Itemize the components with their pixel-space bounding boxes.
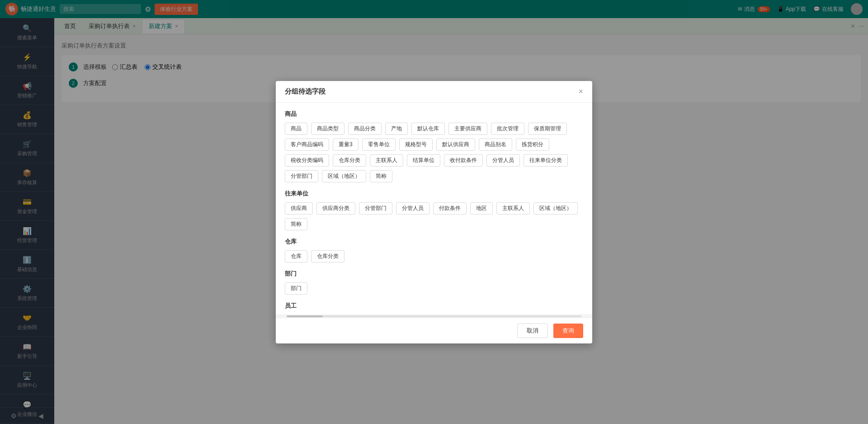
modal-body: 商品商品商品类型商品分类产地默认仓库主要供应商批次管理保质期管理客户商品编码重量…: [276, 103, 592, 315]
field-tag-product-22[interactable]: 分管部门: [285, 170, 318, 182]
field-tags-warehouse: 仓库仓库分类: [285, 250, 583, 262]
field-tag-partner-6[interactable]: 主联系人: [496, 202, 530, 214]
field-tag-product-16[interactable]: 仓库分类: [333, 154, 366, 167]
field-tag-product-14[interactable]: 拣货积分: [516, 138, 549, 151]
section-title-partner: 往来单位: [285, 190, 583, 198]
field-tag-warehouse-0[interactable]: 仓库: [285, 250, 307, 262]
field-tag-partner-2[interactable]: 分管部门: [359, 202, 392, 214]
modal-dialog: 分组待选字段 × 商品商品商品类型商品分类产地默认仓库主要供应商批次管理保质期管…: [276, 81, 592, 343]
section-title-warehouse: 仓库: [285, 238, 583, 246]
field-tag-product-9[interactable]: 重量3: [333, 138, 359, 151]
field-tag-product-10[interactable]: 零售单位: [362, 138, 396, 151]
section-warehouse: 仓库仓库仓库分类: [285, 238, 583, 262]
field-tag-partner-5[interactable]: 地区: [470, 202, 493, 214]
modal-footer: 取消 查询: [276, 318, 592, 343]
section-product: 商品商品商品类型商品分类产地默认仓库主要供应商批次管理保质期管理客户商品编码重量…: [285, 110, 583, 182]
field-tag-product-4[interactable]: 默认仓库: [411, 123, 445, 135]
field-tag-product-17[interactable]: 主联系人: [370, 154, 403, 167]
field-tag-product-7[interactable]: 保质期管理: [528, 123, 567, 135]
field-tag-product-12[interactable]: 默认供应商: [436, 138, 475, 151]
field-tag-product-21[interactable]: 往来单位分类: [524, 154, 568, 167]
field-tag-department-0[interactable]: 部门: [285, 282, 307, 295]
field-tags-department: 部门: [285, 282, 583, 295]
field-tag-product-2[interactable]: 商品分类: [348, 123, 382, 135]
field-tag-partner-0[interactable]: 供应商: [285, 202, 313, 214]
field-tag-partner-3[interactable]: 分管人员: [396, 202, 429, 214]
field-tag-partner-4[interactable]: 付款条件: [433, 202, 467, 214]
section-title-product: 商品: [285, 110, 583, 118]
confirm-button[interactable]: 查询: [553, 324, 583, 338]
field-tags-product: 商品商品类型商品分类产地默认仓库主要供应商批次管理保质期管理客户商品编码重量3零…: [285, 123, 583, 182]
modal-overlay: 分组待选字段 × 商品商品商品类型商品分类产地默认仓库主要供应商批次管理保质期管…: [0, 0, 868, 424]
field-tag-product-18[interactable]: 结算单位: [407, 154, 440, 167]
field-tag-product-5[interactable]: 主要供应商: [448, 123, 487, 135]
field-tag-partner-7[interactable]: 区域（地区）: [533, 202, 578, 214]
field-tag-product-6[interactable]: 批次管理: [491, 123, 524, 135]
field-tags-partner: 供应商供应商分类分管部门分管人员付款条件地区主联系人区域（地区）简称: [285, 202, 583, 230]
field-tag-partner-1[interactable]: 供应商分类: [316, 202, 355, 214]
field-tag-product-24[interactable]: 简称: [370, 170, 392, 182]
field-tag-product-15[interactable]: 税收分类编码: [285, 154, 329, 167]
field-tag-product-0[interactable]: 商品: [285, 123, 307, 135]
cancel-button[interactable]: 取消: [517, 324, 548, 338]
field-tag-product-11[interactable]: 规格型号: [399, 138, 433, 151]
field-tag-partner-8[interactable]: 简称: [285, 218, 307, 230]
modal-scroll-bottom: [276, 314, 592, 317]
section-title-department: 部门: [285, 270, 583, 278]
modal-title: 分组待选字段: [285, 87, 326, 96]
field-tag-product-1[interactable]: 商品类型: [311, 123, 344, 135]
field-tag-product-3[interactable]: 产地: [385, 123, 408, 135]
modal-header: 分组待选字段 ×: [276, 81, 592, 103]
section-partner: 往来单位供应商供应商分类分管部门分管人员付款条件地区主联系人区域（地区）简称: [285, 190, 583, 230]
modal-close-btn[interactable]: ×: [578, 87, 583, 95]
section-employee: 员工业务员: [285, 302, 583, 315]
section-title-employee: 员工: [285, 302, 583, 310]
section-department: 部门部门: [285, 270, 583, 295]
field-tag-product-19[interactable]: 收付款条件: [444, 154, 483, 167]
field-tag-product-23[interactable]: 区域（地区）: [322, 170, 366, 182]
field-tag-product-13[interactable]: 商品别名: [479, 138, 512, 151]
field-tag-warehouse-1[interactable]: 仓库分类: [311, 250, 344, 262]
field-tag-product-8[interactable]: 客户商品编码: [285, 138, 329, 151]
field-tag-product-20[interactable]: 分管人员: [486, 154, 520, 167]
